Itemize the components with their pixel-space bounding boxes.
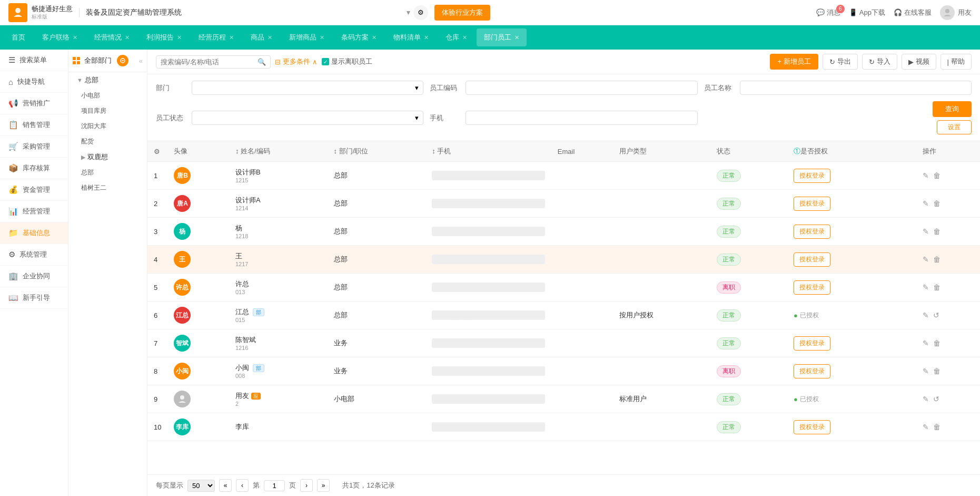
dept-node-general[interactable]: 总部 <box>68 165 147 180</box>
tab-close[interactable]: ✕ <box>73 34 77 41</box>
tab-customer[interactable]: 客户联络 ✕ <box>35 28 85 46</box>
edit-icon[interactable]: ✎ <box>923 283 929 291</box>
delete-icon[interactable]: 🗑 <box>933 255 941 264</box>
dept-node-double-dream[interactable]: ▶ 双鹿想 <box>68 149 147 165</box>
edit-icon[interactable]: ✎ <box>923 367 929 375</box>
next-page-btn[interactable]: › <box>300 479 313 492</box>
delete-icon[interactable]: 🗑 <box>933 199 941 208</box>
tab-goods[interactable]: 商品 ✕ <box>243 28 280 46</box>
edit-icon[interactable]: ✎ <box>923 199 929 208</box>
dept-node-project-warehouse[interactable]: 项目库房 <box>68 103 147 119</box>
dept-collapse-arrow[interactable]: « <box>139 57 143 65</box>
filter-empname-input[interactable] <box>740 81 972 95</box>
trial-button[interactable]: 体验行业方案 <box>434 5 490 21</box>
delete-icon[interactable]: ↺ <box>933 395 939 403</box>
reset-button[interactable]: 设置 <box>937 120 972 134</box>
delete-icon[interactable]: ↺ <box>933 311 939 319</box>
settings-button[interactable]: ⚙ <box>413 5 428 20</box>
auth-button[interactable]: 授权登录 <box>794 169 830 183</box>
nav-basic[interactable]: 📁 基础信息 <box>0 222 68 244</box>
tab-close[interactable]: ✕ <box>424 34 429 41</box>
prev-page-btn[interactable]: ‹ <box>236 479 249 492</box>
nav-quick[interactable]: ⌂ 快捷导航 <box>0 71 68 93</box>
view-button[interactable]: ▶ 视频 <box>902 54 936 70</box>
tab-history[interactable]: 经营历程 ✕ <box>191 28 241 46</box>
col-phone[interactable]: ↕ 手机 <box>425 141 551 162</box>
dropdown-arrow[interactable]: ▼ <box>405 9 411 16</box>
tab-home[interactable]: 首页 <box>4 28 33 46</box>
tab-bom[interactable]: 物料清单 ✕ <box>386 28 436 46</box>
page-size-select[interactable]: 10 20 50 100 <box>187 480 215 492</box>
edit-icon[interactable]: ✎ <box>923 227 929 236</box>
tab-close[interactable]: ✕ <box>372 34 377 41</box>
delete-icon[interactable]: 🗑 <box>933 227 941 236</box>
tab-close[interactable]: ✕ <box>514 34 519 41</box>
auth-button[interactable]: 授权登录 <box>794 420 830 434</box>
col-dept[interactable]: ↕ 部门/职位 <box>328 141 426 162</box>
tab-operations[interactable]: 经营情况 ✕ <box>87 28 137 46</box>
edit-icon[interactable]: ✎ <box>923 339 929 347</box>
dept-node-headquarter[interactable]: ▼ 总部 <box>68 72 147 88</box>
col-name-code[interactable]: ↕ 姓名/编码 <box>229 141 328 162</box>
auth-button[interactable]: 授权登录 <box>794 280 830 295</box>
app-download-button[interactable]: 📱 App下载 <box>849 8 885 17</box>
delete-icon[interactable]: 🗑 <box>933 171 941 180</box>
last-page-btn[interactable]: » <box>317 479 330 492</box>
nav-finance[interactable]: 💰 资金管理 <box>0 179 68 201</box>
tab-close[interactable]: ✕ <box>320 34 324 41</box>
edit-icon[interactable]: ✎ <box>923 171 929 180</box>
tab-warehouse[interactable]: 仓库 ✕ <box>438 28 474 46</box>
col-settings[interactable]: ⚙ <box>147 141 167 162</box>
nav-guide[interactable]: 📖 新手引导 <box>0 287 68 309</box>
dept-node-plant-king2[interactable]: 植树王二 <box>68 180 147 196</box>
edit-icon[interactable]: ✎ <box>923 255 929 264</box>
page-input[interactable] <box>264 480 285 491</box>
delete-icon[interactable]: 🗑 <box>933 283 941 291</box>
show-disabled-checkbox[interactable]: ✓ 显示离职员工 <box>322 57 372 66</box>
edit-icon[interactable]: ✎ <box>923 395 929 403</box>
tab-profit[interactable]: 利润报告 ✕ <box>139 28 189 46</box>
tab-close[interactable]: ✕ <box>268 34 272 41</box>
nav-enterprise[interactable]: 🏢 企业协同 <box>0 266 68 287</box>
nav-marketing[interactable]: 📢 营销推广 <box>0 93 68 114</box>
help-button[interactable]: | 帮助 <box>941 54 972 70</box>
auth-button[interactable]: 授权登录 <box>794 252 830 267</box>
filter-status-select[interactable]: ▾ <box>192 111 423 125</box>
nav-purchase[interactable]: 🛒 采购管理 <box>0 136 68 158</box>
delete-icon[interactable]: 🗑 <box>933 423 941 431</box>
edit-icon[interactable]: ✎ <box>923 311 929 319</box>
import-button[interactable]: ↻ 导入 <box>862 54 897 70</box>
nav-search[interactable]: ☰ 搜索菜单 <box>0 50 68 71</box>
filter-more-btn[interactable]: ⊟ 更多条件 ∧ <box>275 57 318 66</box>
tab-employees[interactable]: 部门员工 ✕ <box>477 28 527 46</box>
dept-node-distribution[interactable]: 配货 <box>68 134 147 149</box>
collapse-btn[interactable] <box>117 55 128 66</box>
message-button[interactable]: 💬 消息 6 <box>816 8 840 17</box>
filter-empcode-input[interactable] <box>466 81 697 95</box>
add-employee-button[interactable]: + 新增员工 <box>770 54 818 70</box>
first-page-btn[interactable]: « <box>219 479 232 492</box>
search-icon[interactable]: 🔍 <box>258 58 266 66</box>
tab-new-goods[interactable]: 新增商品 ✕ <box>282 28 332 46</box>
nav-ops[interactable]: 📊 经营管理 <box>0 201 68 222</box>
tab-close[interactable]: ✕ <box>177 34 182 41</box>
tab-barcode[interactable]: 条码方案 ✕ <box>334 28 384 46</box>
tab-close[interactable]: ✕ <box>462 34 467 41</box>
search-input[interactable] <box>161 58 255 66</box>
auth-button[interactable]: 授权登录 <box>794 336 830 351</box>
auth-button[interactable]: 授权登录 <box>794 197 830 211</box>
query-button[interactable]: 查询 <box>933 101 972 117</box>
online-service-button[interactable]: 🎧 在线客服 <box>894 8 932 17</box>
nav-sales[interactable]: 📋 销售管理 <box>0 114 68 136</box>
dept-node-small-electric[interactable]: 小电部 <box>68 88 147 103</box>
edit-icon[interactable]: ✎ <box>923 423 929 431</box>
tab-close[interactable]: ✕ <box>229 34 234 41</box>
filter-phone-input[interactable] <box>466 111 697 125</box>
delete-icon[interactable]: 🗑 <box>933 339 941 347</box>
filter-dept-select[interactable]: ▾ <box>192 81 423 95</box>
auth-button[interactable]: 授权登录 <box>794 364 830 378</box>
tab-close[interactable]: ✕ <box>125 34 130 41</box>
nav-system[interactable]: ⚙ 系统管理 <box>0 244 68 266</box>
auth-button[interactable]: 授权登录 <box>794 225 830 239</box>
nav-inventory[interactable]: 📦 库存核算 <box>0 158 68 179</box>
